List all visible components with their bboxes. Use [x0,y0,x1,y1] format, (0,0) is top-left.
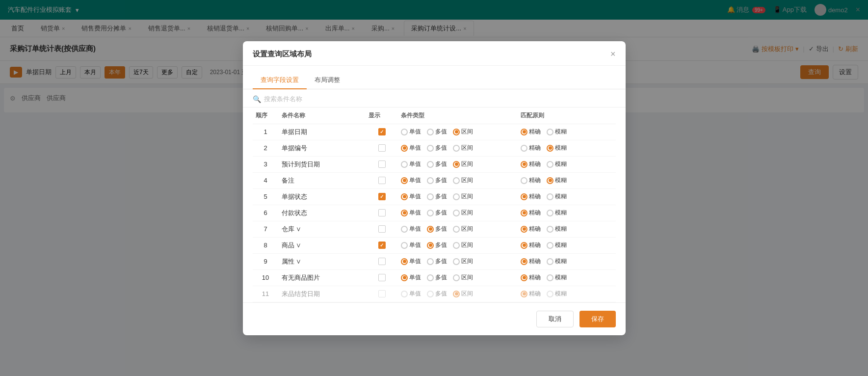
row-match-cell: 精确模糊 [518,156,615,172]
type-range-radio[interactable]: 区间 [453,209,473,217]
type-single-radio[interactable]: 单值 [401,128,421,136]
type-multi-radio[interactable]: 多值 [427,225,447,233]
dialog-close-btn[interactable]: × [610,49,616,59]
row-match-cell: 精确模糊 [518,269,615,286]
table-row: 5单据状态单值多值区间精确模糊 [253,188,616,205]
show-checkbox[interactable] [378,161,386,168]
type-multi-radio[interactable]: 多值 [427,273,447,282]
row-type-cell: 单值多值区间 [398,253,518,269]
match-fuzzy-radio[interactable]: 模糊 [547,176,567,185]
row-show-cell [366,140,398,156]
search-input[interactable] [264,95,362,103]
type-range-radio[interactable]: 区间 [453,241,473,249]
type-single-radio[interactable]: 单值 [401,273,421,282]
match-exact-radio[interactable]: 精确 [521,144,541,152]
show-checkbox[interactable] [378,274,386,281]
row-condition-name: 备注 [279,172,366,188]
match-exact-radio[interactable]: 精确 [521,241,541,249]
dialog-search-bar: 🔍 [243,89,626,107]
match-fuzzy-radio[interactable]: 模糊 [547,273,567,282]
th-name: 条件名称 [279,107,366,124]
type-multi-radio[interactable]: 多值 [427,192,447,201]
match-exact-radio[interactable]: 精确 [521,225,541,233]
type-range-radio[interactable]: 区间 [453,192,473,201]
type-single-radio[interactable]: 单值 [401,144,421,152]
type-range-radio[interactable]: 区间 [453,290,473,298]
row-match-cell: 精确模糊 [518,237,615,253]
save-button[interactable]: 保存 [579,311,616,327]
match-fuzzy-radio[interactable]: 模糊 [547,209,567,217]
match-fuzzy-radio[interactable]: 模糊 [547,257,567,266]
show-checkbox[interactable] [378,258,386,265]
match-exact-radio[interactable]: 精确 [521,273,541,282]
match-exact-radio[interactable]: 精确 [521,257,541,266]
th-type: 条件类型 [398,107,518,124]
show-checkbox[interactable] [378,242,386,249]
type-range-radio[interactable]: 区间 [453,128,473,136]
type-single-radio[interactable]: 单值 [401,241,421,249]
match-exact-radio[interactable]: 精确 [521,209,541,217]
dialog-header: 设置查询区域布局 × [243,41,626,66]
match-fuzzy-radio[interactable]: 模糊 [547,128,567,136]
type-single-radio[interactable]: 单值 [401,257,421,266]
type-single-radio[interactable]: 单值 [401,160,421,168]
row-type-cell: 单值多值区间 [398,286,518,302]
type-single-radio[interactable]: 单值 [401,290,421,298]
row-match-cell: 精确模糊 [518,188,615,205]
match-fuzzy-radio[interactable]: 模糊 [547,241,567,249]
show-checkbox[interactable] [378,225,386,233]
type-single-radio[interactable]: 单值 [401,209,421,217]
table-row: 2单据编号单值多值区间精确模糊 [253,140,616,156]
dialog-tab-layout[interactable]: 布局调整 [307,72,348,89]
type-multi-radio[interactable]: 多值 [427,209,447,217]
match-exact-radio[interactable]: 精确 [521,192,541,201]
row-condition-name: 单据日期 [279,124,366,140]
row-index: 11 [253,286,279,302]
match-fuzzy-radio[interactable]: 模糊 [547,144,567,152]
row-show-cell [366,269,398,286]
match-exact-radio[interactable]: 精确 [521,128,541,136]
row-index: 9 [253,253,279,269]
type-range-radio[interactable]: 区间 [453,144,473,152]
match-exact-radio[interactable]: 精确 [521,160,541,168]
row-show-cell [366,156,398,172]
type-single-radio[interactable]: 单值 [401,192,421,201]
type-multi-radio[interactable]: 多值 [427,176,447,185]
row-type-cell: 单值多值区间 [398,156,518,172]
type-range-radio[interactable]: 区间 [453,273,473,282]
dialog-table-wrap: 顺序 条件名称 显示 条件类型 匹配原则 1单据日期单值多值区间精确模糊2单据编… [243,107,626,302]
type-range-radio[interactable]: 区间 [453,160,473,168]
show-checkbox[interactable] [378,193,386,200]
row-condition-name: 单据编号 [279,140,366,156]
match-fuzzy-radio[interactable]: 模糊 [547,225,567,233]
dialog-footer: 取消 保存 [243,302,626,335]
type-multi-radio[interactable]: 多值 [427,128,447,136]
show-checkbox[interactable] [378,144,386,152]
match-fuzzy-radio[interactable]: 模糊 [547,160,567,168]
type-multi-radio[interactable]: 多值 [427,241,447,249]
show-checkbox[interactable] [378,290,386,297]
type-range-radio[interactable]: 区间 [453,225,473,233]
row-condition-name: 来品结货日期 [279,286,366,302]
match-fuzzy-radio[interactable]: 模糊 [547,290,567,298]
show-checkbox[interactable] [378,177,386,184]
dialog-tab-fields[interactable]: 查询字段设置 [253,72,307,89]
match-exact-radio[interactable]: 精确 [521,290,541,298]
type-multi-radio[interactable]: 多值 [427,160,447,168]
row-type-cell: 单值多值区间 [398,172,518,188]
match-exact-radio[interactable]: 精确 [521,176,541,185]
type-range-radio[interactable]: 区间 [453,176,473,185]
show-checkbox[interactable] [378,209,386,216]
type-multi-radio[interactable]: 多值 [427,290,447,298]
row-type-cell: 单值多值区间 [398,221,518,237]
cancel-button[interactable]: 取消 [536,311,574,327]
match-fuzzy-radio[interactable]: 模糊 [547,192,567,201]
search-icon: 🔍 [253,95,261,103]
type-multi-radio[interactable]: 多值 [427,257,447,266]
type-single-radio[interactable]: 单值 [401,225,421,233]
type-multi-radio[interactable]: 多值 [427,144,447,152]
table-row: 11来品结货日期单值多值区间精确模糊 [253,286,616,302]
show-checkbox[interactable] [378,128,386,135]
type-single-radio[interactable]: 单值 [401,176,421,185]
type-range-radio[interactable]: 区间 [453,257,473,266]
